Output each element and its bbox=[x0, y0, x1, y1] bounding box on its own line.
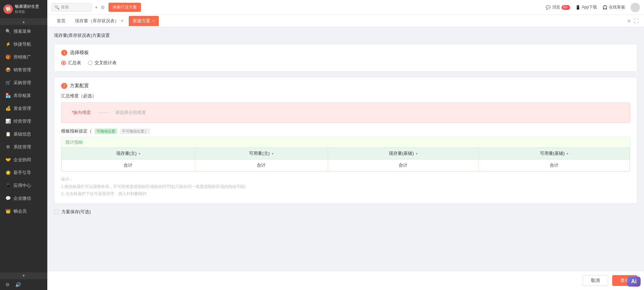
app-download-button[interactable]: 📱 App下载 bbox=[575, 4, 597, 10]
logo-text: 畅康通好生意 标准版 bbox=[15, 4, 39, 14]
no-drag-badge: 不可拖动位置） bbox=[120, 128, 150, 134]
ai-badge[interactable]: Ai bbox=[627, 276, 641, 287]
sidebar-item-label: 新手引导 bbox=[14, 170, 31, 176]
sidebar-item-label: 库存核算 bbox=[14, 93, 31, 99]
cell-avail-base-sum: 合计 bbox=[479, 160, 630, 171]
step1-badge: 1 bbox=[61, 50, 67, 56]
sidebar-item-search-menu[interactable]: 🔍 搜索菜单 bbox=[0, 25, 47, 38]
topbar-dropdown-chevron[interactable]: ▾ bbox=[95, 5, 97, 10]
template-options: 汇总表 交叉统计表 bbox=[61, 60, 630, 66]
sidebar: 畅 畅康通好生意 标准版 ▲ 🔍 搜索菜单 ⚡ 快捷导航 🎁 营销推广 📦 销售… bbox=[0, 0, 47, 290]
sidebar-scroll-up[interactable]: ▲ bbox=[0, 19, 47, 25]
tab-new-scheme-label: 新建方案 bbox=[133, 18, 150, 24]
step1-title: 选择模板 bbox=[70, 50, 89, 56]
customer-service-label: 在线客服 bbox=[609, 4, 625, 10]
quick-nav-icon: ⚡ bbox=[5, 42, 11, 47]
service-icon: 🎧 bbox=[602, 5, 608, 10]
col-stock-main-label: 现存量(主) bbox=[116, 150, 137, 156]
tips-title: 提示： bbox=[61, 176, 630, 183]
radio-summary[interactable]: 汇总表 bbox=[61, 60, 81, 66]
cancel-button[interactable]: 取消 bbox=[583, 275, 608, 286]
tab-new-scheme[interactable]: 新建方案 × bbox=[129, 16, 159, 26]
settings-icon[interactable]: ⚙ bbox=[5, 282, 10, 287]
sidebar-item-wechat[interactable]: 💬 企业微信 bbox=[0, 192, 47, 205]
sidebar-item-label: 销售管理 bbox=[14, 67, 31, 73]
download-icon: 📱 bbox=[575, 5, 580, 10]
search-icon: 🔍 bbox=[54, 5, 59, 10]
content-area: 现存量(库存状况表)方案设置 1 选择模板 汇总表 交叉统计表 bbox=[47, 27, 644, 271]
sidebar-item-sales[interactable]: 📦 销售管理 bbox=[0, 64, 47, 76]
tab-inventory-close[interactable]: × bbox=[121, 19, 123, 23]
cell-stock-base-sum: 合计 bbox=[328, 160, 479, 171]
radio-cross[interactable]: 交叉统计表 bbox=[88, 60, 117, 66]
customer-service-button[interactable]: 🎧 在线客服 bbox=[602, 4, 625, 10]
cell-stock-main-sum: 合计 bbox=[62, 160, 195, 171]
col-avail-main[interactable]: 可用量(主) ▾ bbox=[195, 148, 328, 160]
tab-inventory-status[interactable]: 现存量（库存状况表） × bbox=[71, 16, 127, 26]
drag-badge: 可拖动位置 bbox=[95, 128, 117, 134]
sidebar-item-operations[interactable]: 📊 经营管理 bbox=[0, 115, 47, 128]
tab-inventory-label: 现存量（库存状况表） bbox=[75, 18, 119, 24]
sidebar-item-label: 搜索菜单 bbox=[14, 28, 31, 34]
sidebar-item-marketing[interactable]: 🎁 营销推广 bbox=[0, 51, 47, 64]
wechat-icon: 💬 bbox=[5, 196, 11, 201]
sidebar-item-system[interactable]: ⚙ 系统管理 bbox=[0, 141, 47, 153]
sidebar-logo: 畅 畅康通好生意 标准版 bbox=[0, 0, 47, 19]
sidebar-item-inventory[interactable]: 🏪 库存核算 bbox=[0, 89, 47, 102]
system-icon: ⚙ bbox=[5, 144, 11, 150]
expand-icon[interactable]: ⛶ bbox=[634, 18, 639, 24]
dimension-placeholder: 请选择分组维度 bbox=[115, 110, 146, 116]
step2-section: 2 方案配置 汇总维度（必选） *纵向维度 —— 请选择分组维度 模板指标设定（… bbox=[54, 77, 637, 203]
indicator-label-text: 模板指标设定（ bbox=[61, 128, 92, 134]
sidebar-item-label: 资金管理 bbox=[14, 105, 31, 112]
close-window-icon[interactable]: ✕ bbox=[627, 18, 631, 24]
col-stock-base-chevron: ▾ bbox=[416, 152, 418, 155]
sidebar-item-app-center[interactable]: 📱 应用中心 bbox=[0, 179, 47, 192]
sidebar-item-purchase[interactable]: 🛒 采购管理 bbox=[0, 76, 47, 89]
topbar-gear-icon[interactable]: ⚙ bbox=[101, 5, 105, 10]
step2-header: 2 方案配置 bbox=[61, 83, 630, 89]
sidebar-item-member[interactable]: 👑 畅会员 bbox=[0, 205, 47, 218]
step1-section: 1 选择模板 汇总表 交叉统计表 bbox=[54, 44, 637, 72]
cell-avail-main-sum: 合计 bbox=[195, 160, 328, 171]
sidebar-item-enterprise[interactable]: 🤝 企业协同 bbox=[0, 153, 47, 166]
tab-new-scheme-close[interactable]: × bbox=[152, 19, 155, 23]
footer: 取消 查询 bbox=[47, 271, 644, 290]
col-avail-base[interactable]: 可用量(基辅) ▾ bbox=[479, 148, 630, 160]
col-stock-main[interactable]: 现存量(主) ▾ bbox=[62, 148, 195, 160]
sidebar-nav: 🔍 搜索菜单 ⚡ 快捷导航 🎁 营销推广 📦 销售管理 🛒 采购管理 🏪 库存核… bbox=[0, 25, 47, 272]
save-option-label: 方案保存(可选) bbox=[61, 209, 91, 215]
stats-section: 统计指标 现存量(主) ▾ bbox=[61, 137, 630, 172]
logo-icon: 畅 bbox=[3, 4, 13, 14]
save-option-checkbox[interactable] bbox=[54, 210, 59, 214]
col-stock-base[interactable]: 现存量(基辅) ▾ bbox=[328, 148, 479, 160]
sidebar-item-guide[interactable]: 🌟 新手引导 bbox=[0, 166, 47, 179]
col-avail-main-chevron: ▾ bbox=[272, 152, 273, 155]
user-avatar[interactable] bbox=[630, 3, 640, 12]
dimension-box[interactable]: *纵向维度 —— 请选择分组维度 bbox=[61, 102, 630, 123]
messages-button[interactable]: 💬 消息 99+ bbox=[546, 4, 570, 10]
messages-badge: 99+ bbox=[562, 5, 570, 10]
sidebar-scroll-down[interactable]: ▼ bbox=[0, 272, 47, 279]
guide-icon: 🌟 bbox=[5, 170, 11, 175]
search-placeholder-text: 搜索 bbox=[61, 4, 69, 10]
sound-icon[interactable]: 🔊 bbox=[15, 282, 21, 287]
sidebar-item-label: 快捷导航 bbox=[14, 41, 31, 47]
step2-title: 方案配置 bbox=[70, 83, 89, 89]
dimension-sep: —— bbox=[98, 110, 108, 116]
col-stock-base-label: 现存量(基辅) bbox=[389, 150, 414, 156]
dimension-required-mark: *纵向维度 bbox=[72, 110, 91, 116]
sidebar-item-basic-info[interactable]: 📋 基础信息 bbox=[0, 128, 47, 141]
industry-btn[interactable]: 体验行业方案 bbox=[108, 3, 141, 12]
tab-home[interactable]: 首页 bbox=[53, 16, 70, 26]
basic-info-icon: 📋 bbox=[5, 131, 11, 137]
sidebar-item-finance[interactable]: 💰 资金管理 bbox=[0, 102, 47, 115]
sidebar-item-quick-nav[interactable]: ⚡ 快捷导航 bbox=[0, 38, 47, 51]
col-avail-main-label: 可用量(主) bbox=[249, 150, 270, 156]
sidebar-item-label: 营销推广 bbox=[14, 54, 31, 60]
main-area: 🔍 搜索 ▾ ⚙ 体验行业方案 💬 消息 99+ 📱 App下载 🎧 在线客服 … bbox=[47, 0, 644, 290]
step1-header: 1 选择模板 bbox=[61, 50, 630, 56]
finance-icon: 💰 bbox=[5, 106, 11, 111]
stats-title: 统计指标 bbox=[61, 137, 630, 147]
sales-icon: 📦 bbox=[5, 67, 11, 73]
